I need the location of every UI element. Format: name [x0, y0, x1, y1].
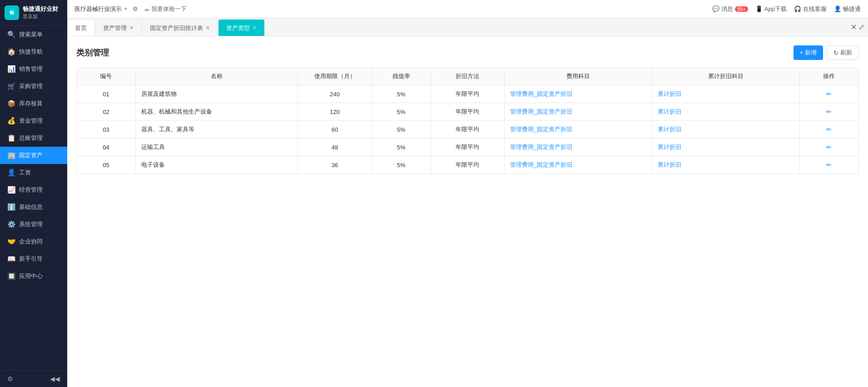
cell-op[interactable]: ✏: [799, 103, 858, 121]
cell-accum: 累计折旧: [652, 85, 800, 103]
sidebar-item-system[interactable]: ⚙️ 系统管理: [0, 216, 67, 233]
refresh-icon: ↻: [833, 50, 838, 56]
notification-button[interactable]: 💬 消息 99: [712, 5, 748, 13]
sidebar-nav: 🔍 搜索菜单 🏠 快捷导航 📊 销售管理 🛒 采购管理 📦 库存核算 💰 资金管…: [0, 26, 67, 370]
customer-service-button[interactable]: 🎧 在线客服: [794, 5, 827, 13]
cell-period: 36: [298, 156, 372, 174]
sidebar-item-label: 新手引导: [19, 255, 43, 263]
sidebar-item-sales[interactable]: 📊 销售管理: [0, 60, 67, 78]
sidebar-item-label: 采购管理: [19, 82, 43, 90]
tab-close-icon[interactable]: ✕: [253, 25, 257, 31]
tab-close-icon[interactable]: ✕: [129, 25, 134, 31]
page-title: 类别管理: [76, 47, 109, 58]
cell-op[interactable]: ✏: [799, 85, 858, 103]
edit-icon[interactable]: ✏: [826, 90, 832, 98]
topbar: 医疗器械行业演示 ▾ ⚙ ☁ 我要体验一下 💬 消息 99 📱 App下载 🎧 …: [67, 0, 868, 18]
cell-residual: 5%: [372, 139, 431, 156]
app-logo: 畅: [5, 5, 19, 20]
cell-residual: 5%: [372, 103, 431, 121]
sidebar-item-payroll[interactable]: 👤 工资: [0, 164, 67, 181]
app-selector[interactable]: 医疗器械行业演示 ▾: [74, 5, 127, 13]
cell-method: 年限平均: [431, 85, 504, 103]
page-header: 类别管理 + 新增 ↻ 刷新: [76, 45, 859, 60]
sidebar-item-label: 总账管理: [19, 134, 43, 142]
sidebar-item-ledger[interactable]: 📋 总账管理: [0, 129, 67, 147]
sidebar-item-app-center[interactable]: 🔲 应用中心: [0, 268, 67, 285]
tab-asset-mgmt[interactable]: 资产管理 ✕: [95, 20, 141, 36]
sidebar-item-label: 经营管理: [19, 186, 43, 194]
cell-method: 年限平均: [431, 139, 504, 156]
tab-home[interactable]: 首页: [67, 20, 94, 36]
sidebar-item-capital[interactable]: 💰 资金管理: [0, 112, 67, 129]
sidebar-item-guide[interactable]: 📖 新手引导: [0, 250, 67, 268]
edit-icon[interactable]: ✏: [826, 108, 832, 115]
sidebar-item-quick-nav[interactable]: 🏠 快捷导航: [0, 43, 67, 60]
sidebar-item-fixed-asset[interactable]: 🏢 固定资产: [0, 147, 67, 164]
cell-name: 器具、工具、家具等: [135, 121, 298, 139]
sidebar-item-search[interactable]: 🔍 搜索菜单: [0, 26, 67, 43]
ops-icon: 📈: [7, 186, 15, 194]
tab-bar: 首页 资产管理 ✕ 固定资产折旧统计表 ✕ 资产类型 ✕ ✕ ⤢: [67, 18, 868, 36]
sidebar-item-label: 工资: [19, 169, 31, 177]
cell-method: 年限平均: [431, 103, 504, 121]
tab-fixed-asset-stat[interactable]: 固定资产折旧统计表 ✕: [142, 20, 218, 36]
gear-icon[interactable]: ⚙: [133, 5, 138, 12]
experience-label: 我要体验一下: [151, 5, 187, 13]
tab-label: 资产管理: [103, 24, 127, 32]
tab-home-label: 首页: [75, 24, 87, 32]
app-download-label: App下载: [764, 5, 787, 13]
user-button[interactable]: 👤 畅捷通: [834, 5, 861, 13]
info-icon: ℹ️: [7, 203, 15, 211]
app-download-button[interactable]: 📱 App下载: [755, 5, 787, 13]
table-body: 01 房屋及建筑物 240 5% 年限平均 管理费用_固定资产折旧 累计折旧 ✏…: [77, 85, 859, 174]
sidebar: 畅 畅捷通好业财 普及版 🔍 搜索菜单 🏠 快捷导航 📊 销售管理 🛒 采购管理: [0, 0, 67, 387]
sidebar-item-label: 库存核算: [19, 99, 43, 108]
col-header-residual: 残值率: [372, 68, 431, 85]
app-selector-label: 医疗器械行业演示: [74, 5, 122, 13]
col-header-op: 操作: [799, 68, 858, 85]
guide-icon: 📖: [7, 255, 15, 263]
cell-name: 电子设备: [135, 156, 298, 174]
tab-close-all-icon[interactable]: ✕: [851, 23, 857, 31]
sidebar-item-basic-info[interactable]: ℹ️ 基础信息: [0, 198, 67, 216]
notification-label: 消息: [721, 5, 733, 13]
app-title-block: 畅捷通好业财 普及版: [23, 5, 58, 20]
table-row: 01 房屋及建筑物 240 5% 年限平均 管理费用_固定资产折旧 累计折旧 ✏: [77, 85, 859, 103]
new-button[interactable]: + 新增: [794, 45, 823, 60]
page-content: 类别管理 + 新增 ↻ 刷新 编号 名称 使用期限（月） 残值率 折旧方法 费用…: [67, 36, 868, 387]
refresh-button[interactable]: ↻ 刷新: [827, 45, 859, 60]
cell-op[interactable]: ✏: [799, 156, 858, 174]
edit-icon[interactable]: ✏: [826, 161, 832, 169]
sidebar-item-inventory[interactable]: 📦 库存核算: [0, 95, 67, 112]
capital-icon: 💰: [7, 117, 15, 125]
cell-residual: 5%: [372, 85, 431, 103]
tab-expand-icon[interactable]: ⤢: [858, 23, 864, 31]
settings-icon[interactable]: ⚙: [7, 375, 13, 382]
tab-asset-type[interactable]: 资产类型 ✕: [218, 20, 264, 36]
cell-op[interactable]: ✏: [799, 121, 858, 139]
inventory-icon: 📦: [7, 99, 15, 108]
refresh-label: 刷新: [840, 49, 852, 57]
collapse-icon[interactable]: ◀◀: [50, 375, 60, 382]
cloud-icon: ☁: [144, 5, 149, 12]
sidebar-item-label: 搜索菜单: [19, 30, 43, 39]
sidebar-item-ops[interactable]: 📈 经营管理: [0, 181, 67, 198]
sidebar-item-purchase[interactable]: 🛒 采购管理: [0, 78, 67, 95]
col-header-period: 使用期限（月）: [298, 68, 372, 85]
cell-method: 年限平均: [431, 121, 504, 139]
cell-op[interactable]: ✏: [799, 139, 858, 156]
sidebar-item-label: 应用中心: [19, 272, 43, 280]
page-actions: + 新增 ↻ 刷新: [794, 45, 859, 60]
cell-no: 05: [77, 156, 136, 174]
app-edition: 普及版: [23, 13, 58, 20]
edit-icon[interactable]: ✏: [826, 126, 832, 133]
experience-button[interactable]: ☁ 我要体验一下: [144, 5, 187, 13]
cell-accum: 累计折旧: [652, 139, 800, 156]
sidebar-footer: ⚙ ◀◀: [0, 370, 67, 387]
notification-icon: 💬: [712, 5, 719, 12]
edit-icon[interactable]: ✏: [826, 144, 832, 151]
sidebar-item-enterprise[interactable]: 🤝 企业协同: [0, 233, 67, 250]
col-header-accum: 累计折旧科目: [652, 68, 800, 85]
user-label: 畅捷通: [843, 5, 861, 13]
tab-close-icon[interactable]: ✕: [206, 25, 210, 31]
